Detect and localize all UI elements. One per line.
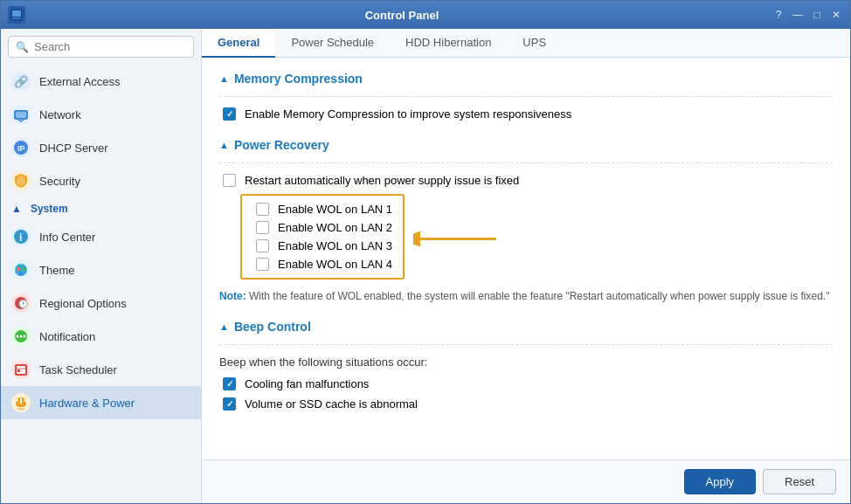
network-icon xyxy=(11,105,31,124)
wol2-row: Enable WOL on LAN 2 xyxy=(253,221,392,234)
svg-rect-2 xyxy=(12,17,21,19)
memory-compression-label: Enable Memory Compression to improve sys… xyxy=(245,107,571,121)
beep-description: Beep when the following situations occur… xyxy=(219,356,833,369)
sidebar-item-network[interactable]: Network xyxy=(1,98,201,131)
sidebar-item-task-scheduler[interactable]: Task Scheduler xyxy=(1,353,201,386)
sidebar-label-dhcp: DHCP Server xyxy=(39,142,108,155)
main-content: General Power Schedule HDD Hibernation U… xyxy=(202,29,850,503)
sidebar-item-regional-options[interactable]: 🕐 Regional Options xyxy=(1,287,201,320)
search-box[interactable]: 🔍 xyxy=(8,36,194,58)
memory-compression-checkbox[interactable] xyxy=(223,107,236,121)
svg-point-11 xyxy=(22,267,25,271)
beep-chevron-icon: ▲ xyxy=(219,321,229,332)
restart-checkbox[interactable] xyxy=(223,174,236,187)
info-center-icon: i xyxy=(11,227,31,246)
sidebar-item-theme[interactable]: Theme xyxy=(1,253,201,287)
svg-rect-23 xyxy=(21,369,24,372)
tab-general[interactable]: General xyxy=(202,29,275,58)
memory-compression-row: Enable Memory Compression to improve sys… xyxy=(219,107,833,121)
search-icon: 🔍 xyxy=(16,41,29,53)
hardware-power-icon xyxy=(11,393,31,412)
sidebar: 🔍 🔗 External Access Network IP DHC xyxy=(1,29,202,503)
svg-point-17 xyxy=(20,335,23,338)
chevron-up-icon: ▲ xyxy=(11,203,22,215)
svg-point-16 xyxy=(17,335,19,338)
dhcp-icon: IP xyxy=(11,138,31,157)
tab-power-schedule[interactable]: Power Schedule xyxy=(275,29,390,58)
svg-point-12 xyxy=(19,272,23,275)
content-area: ▲ Memory Compression Enable Memory Compr… xyxy=(202,58,850,459)
sidebar-section-system: ▲ System xyxy=(1,197,201,220)
apply-button[interactable]: Apply xyxy=(684,469,757,494)
sidebar-label-notification: Notification xyxy=(39,330,95,343)
beep-control-section: ▲ Beep Control Beep when the following s… xyxy=(219,320,833,411)
help-button[interactable]: ? xyxy=(771,8,785,22)
power-recovery-section: ▲ Power Recovery Restart automatically w… xyxy=(219,138,833,302)
power-recovery-title: ▲ Power Recovery xyxy=(219,138,833,152)
wol3-row: Enable WOL on LAN 3 xyxy=(253,239,392,252)
window-title: Control Panel xyxy=(32,9,771,22)
main-window: Control Panel ? — □ ✕ 🔍 🔗 External Acces… xyxy=(0,0,851,504)
sidebar-label-security: Security xyxy=(39,175,80,188)
restart-label: Restart automatically when power supply … xyxy=(245,174,519,187)
sidebar-item-hardware-power[interactable]: Hardware & Power xyxy=(1,386,201,419)
wol-note: Note: With the feature of WOL enabled, t… xyxy=(219,290,833,302)
volume-row: Volume or SSD cache is abnormal xyxy=(219,397,833,411)
wol4-checkbox[interactable] xyxy=(256,258,269,271)
wol3-label: Enable WOL on LAN 3 xyxy=(278,239,392,252)
note-text-content: With the feature of WOL enabled, the sys… xyxy=(249,290,829,302)
fan-row: Cooling fan malfunctions xyxy=(219,377,833,390)
restart-row: Restart automatically when power supply … xyxy=(219,174,833,187)
beep-divider xyxy=(219,344,833,345)
search-input[interactable] xyxy=(34,40,186,53)
tab-hdd-hibernation[interactable]: HDD Hibernation xyxy=(390,29,507,58)
wol4-label: Enable WOL on LAN 4 xyxy=(278,258,392,271)
close-button[interactable]: ✕ xyxy=(829,8,843,22)
tabs-bar: General Power Schedule HDD Hibernation U… xyxy=(202,29,850,58)
minimize-button[interactable]: — xyxy=(791,8,805,22)
reset-button[interactable]: Reset xyxy=(763,469,836,494)
fan-label: Cooling fan malfunctions xyxy=(245,377,369,390)
wol2-label: Enable WOL on LAN 2 xyxy=(278,221,392,234)
memory-compression-title: ▲ Memory Compression xyxy=(219,72,833,86)
svg-rect-4 xyxy=(16,112,26,118)
memory-compression-section: ▲ Memory Compression Enable Memory Compr… xyxy=(219,72,833,121)
fan-checkbox[interactable] xyxy=(223,377,236,390)
theme-icon xyxy=(11,260,31,280)
sidebar-label-theme: Theme xyxy=(39,264,74,277)
svg-text:i: i xyxy=(19,231,22,244)
sidebar-item-external-access[interactable]: 🔗 External Access xyxy=(1,65,201,98)
sidebar-item-info-center[interactable]: i Info Center xyxy=(1,220,201,253)
security-icon xyxy=(11,171,31,190)
bottom-bar: Apply Reset xyxy=(202,459,850,503)
wol3-checkbox[interactable] xyxy=(256,239,269,252)
memory-divider xyxy=(219,96,833,97)
sidebar-label-hardware-power: Hardware & Power xyxy=(39,397,135,410)
power-divider xyxy=(219,162,833,163)
sidebar-label-external-access: External Access xyxy=(39,75,121,88)
power-title-label: Power Recovery xyxy=(234,138,329,152)
wol2-checkbox[interactable] xyxy=(256,221,269,234)
wol1-checkbox[interactable] xyxy=(256,203,269,216)
wol-container: Enable WOL on LAN 1 Enable WOL on LAN 2 … xyxy=(219,194,405,287)
sidebar-label-regional: Regional Options xyxy=(39,297,127,310)
volume-checkbox[interactable] xyxy=(223,397,236,411)
sidebar-item-security[interactable]: Security xyxy=(1,164,201,197)
wol1-row: Enable WOL on LAN 1 xyxy=(253,203,392,216)
task-scheduler-icon xyxy=(11,360,31,379)
external-access-icon: 🔗 xyxy=(11,72,31,91)
sidebar-item-notification[interactable]: Notification xyxy=(1,320,201,353)
wol-box: Enable WOL on LAN 1 Enable WOL on LAN 2 … xyxy=(240,194,405,280)
wol1-label: Enable WOL on LAN 1 xyxy=(278,203,392,216)
arrow-annotation xyxy=(413,226,501,255)
maximize-button[interactable]: □ xyxy=(810,8,824,22)
sidebar-label-network: Network xyxy=(39,108,81,121)
beep-title-label: Beep Control xyxy=(234,320,311,334)
note-label: Note: xyxy=(219,290,246,302)
wol4-row: Enable WOL on LAN 4 xyxy=(253,258,392,271)
sidebar-label-task-scheduler: Task Scheduler xyxy=(39,363,117,376)
memory-chevron-icon: ▲ xyxy=(219,73,229,84)
svg-rect-1 xyxy=(12,10,21,17)
tab-ups[interactable]: UPS xyxy=(507,29,562,58)
sidebar-item-dhcp-server[interactable]: IP DHCP Server xyxy=(1,131,201,164)
